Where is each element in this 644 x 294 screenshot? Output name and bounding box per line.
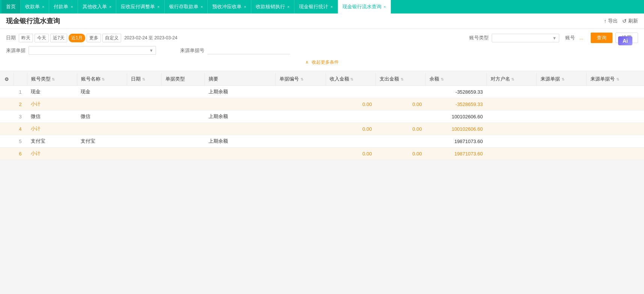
- th-gear[interactable]: ⚙: [0, 73, 14, 86]
- table-cell: 19871073.60: [426, 148, 486, 160]
- table-cell: 100102606.60: [426, 123, 486, 135]
- th-date[interactable]: 日期 ⇅: [127, 73, 162, 86]
- date-btn-today[interactable]: 今天: [35, 34, 49, 42]
- table-cell: 现金: [77, 86, 127, 98]
- table-cell: 上期余额: [205, 86, 276, 98]
- close-icon[interactable]: ×: [42, 4, 44, 9]
- table-cell: 上期余额: [205, 135, 276, 148]
- table-cell: 0.00: [326, 148, 375, 160]
- date-btn-more[interactable]: 更多: [87, 34, 101, 42]
- table-cell: 支付宝: [27, 135, 77, 148]
- nav-tab-collection[interactable]: 收款核销执行 ×: [251, 0, 294, 13]
- more-account-button[interactable]: ...: [578, 34, 585, 41]
- close-icon[interactable]: ×: [109, 4, 111, 9]
- table-cell: 1: [14, 86, 27, 98]
- table-cell: 上期余额: [205, 110, 276, 123]
- export-button[interactable]: ↑ 导出: [604, 18, 618, 24]
- table-cell: [326, 86, 375, 98]
- table-cell: [537, 98, 587, 110]
- table-cell: [205, 123, 276, 135]
- source-doc-no-input[interactable]: [207, 47, 290, 54]
- table-cell: [326, 135, 375, 148]
- table-cell: [162, 135, 205, 148]
- th-account-type[interactable]: 账号类型 ⇅: [27, 73, 77, 86]
- export-icon: ↑: [604, 18, 606, 24]
- table-cell: [205, 98, 276, 110]
- account-type-select[interactable]: ▾: [492, 34, 559, 42]
- nav-tab-presale[interactable]: 预收冲应收单 ×: [208, 0, 251, 13]
- date-label: 日期: [6, 34, 16, 41]
- close-icon[interactable]: ×: [71, 4, 73, 9]
- table-cell: [127, 123, 162, 135]
- table-cell: [587, 98, 644, 110]
- source-doc-no-label: 来源单据号: [180, 47, 204, 54]
- th-account-name[interactable]: 账号名称 ⇅: [77, 73, 127, 86]
- date-btn-7days[interactable]: 近7天: [50, 34, 67, 42]
- table-cell: [276, 98, 326, 110]
- nav-tab-shoukuan[interactable]: 收款单 ×: [21, 0, 49, 13]
- table-cell: [205, 148, 276, 160]
- date-btn-1month[interactable]: 近1月: [69, 34, 86, 42]
- table-cell: 5: [14, 135, 27, 148]
- th-doc-no[interactable]: 单据编号 ⇅: [276, 73, 326, 86]
- table-cell: [326, 110, 375, 123]
- table-cell: [537, 135, 587, 148]
- collapse-bar[interactable]: ∧ 收起更多条件: [6, 58, 638, 67]
- account-label: 账号: [565, 34, 575, 41]
- table-cell: [537, 110, 587, 123]
- table-cell: [77, 98, 127, 110]
- filter-area: 日期 昨天 今天 近7天 近1月 更多 自定义 2023-02-24 至 202…: [0, 29, 644, 71]
- table-container: ⚙ 账号类型 ⇅ 账号名称 ⇅ 日期 ⇅ 单据类型 摘要 单据编号 ⇅ 收入金额…: [0, 73, 644, 160]
- table-cell: [486, 98, 536, 110]
- nav-tab-adjust[interactable]: 应收应付调整单 ×: [116, 0, 164, 13]
- table-cell: [537, 148, 587, 160]
- th-income[interactable]: 收入金额 ⇅: [326, 73, 375, 86]
- date-btn-custom[interactable]: 自定义: [102, 34, 121, 42]
- nav-tab-cashflow[interactable]: 现金银行流水查询 ×: [338, 0, 391, 13]
- table-cell: [0, 98, 14, 110]
- table-cell: 2: [14, 98, 27, 110]
- table-cell: [486, 123, 536, 135]
- table-cell: [276, 148, 326, 160]
- table-cell: [162, 148, 205, 160]
- table-cell: 0.00: [326, 123, 375, 135]
- table-cell: [486, 135, 536, 148]
- table-cell: [127, 98, 162, 110]
- table-cell: 0.00: [376, 123, 426, 135]
- th-source-doc-no[interactable]: 来源单据号 ⇅: [587, 73, 644, 86]
- date-btn-yesterday[interactable]: 昨天: [19, 34, 33, 42]
- nav-tab-stats[interactable]: 现金银行统计 ×: [294, 0, 338, 13]
- table-cell: 0.00: [376, 98, 426, 110]
- chevron-down-icon: ▾: [553, 35, 556, 41]
- query-button[interactable]: 查询: [591, 33, 612, 43]
- close-icon[interactable]: ×: [384, 4, 386, 9]
- close-icon[interactable]: ×: [157, 4, 159, 9]
- close-icon[interactable]: ×: [287, 4, 290, 9]
- source-doc-select[interactable]: ▾: [29, 46, 156, 55]
- nav-tab-fukuan[interactable]: 付款单 ×: [49, 0, 78, 13]
- th-balance[interactable]: 余额 ⇅: [426, 73, 486, 86]
- table-cell: [276, 135, 326, 148]
- refresh-button[interactable]: ↺ 刷新: [622, 18, 638, 24]
- th-source-doc[interactable]: 来源单据 ⇅: [537, 73, 587, 86]
- table-cell: 4: [14, 123, 27, 135]
- table-cell: 100102606.60: [426, 110, 486, 123]
- ai-badge[interactable]: Ai: [618, 36, 632, 45]
- th-counterparty[interactable]: 对方户名 ⇅: [486, 73, 536, 86]
- table-row: 6小计0.000.0019871073.60: [0, 148, 644, 160]
- table-cell: 小计: [27, 98, 77, 110]
- source-doc-no-filter-group: 来源单据号: [180, 47, 290, 54]
- nav-home[interactable]: 首页: [2, 0, 21, 13]
- nav-tab-other-income[interactable]: 其他收入单 ×: [78, 0, 116, 13]
- table-cell: [0, 148, 14, 160]
- close-icon[interactable]: ×: [201, 4, 203, 9]
- th-expense[interactable]: 支出金额 ⇅: [376, 73, 426, 86]
- close-icon[interactable]: ×: [244, 4, 246, 9]
- table-cell: [0, 123, 14, 135]
- nav-tab-bank-withdraw[interactable]: 银行存取款单 ×: [165, 0, 208, 13]
- table-row: 3微信微信上期余额100102606.60: [0, 110, 644, 123]
- close-icon[interactable]: ×: [330, 4, 333, 9]
- table-cell: [486, 148, 536, 160]
- table-cell: [486, 86, 536, 98]
- th-summary: 摘要: [205, 73, 276, 86]
